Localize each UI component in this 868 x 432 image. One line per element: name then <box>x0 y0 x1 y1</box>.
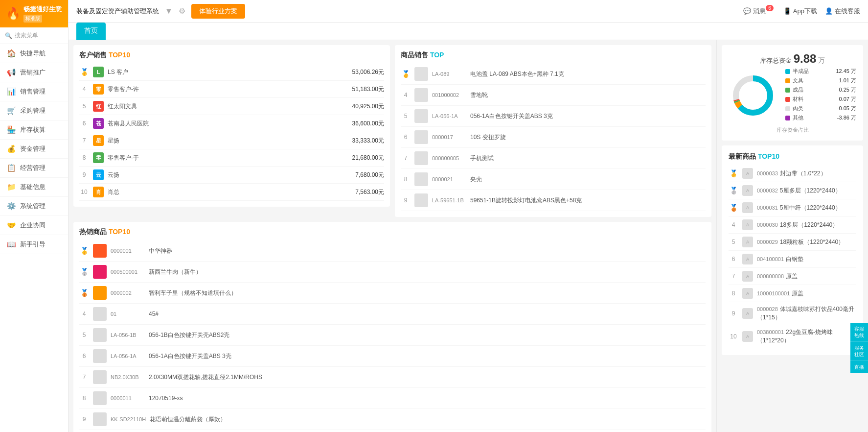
legend-label-material: 材料 <box>793 96 837 103</box>
new-info-5: 000002918颗粒板（1220*2440） <box>757 238 856 246</box>
product-rank-row: 5 LA-056-1A 056-1A白色按键开关盖ABS 3克 <box>401 106 706 127</box>
sidebar-nav-item-collab[interactable]: 🤝 企业协同 <box>0 216 68 235</box>
new-info-6: 004100001白钢垫 <box>757 255 856 264</box>
sidebar-nav-item-finance[interactable]: 💰 资金管理 <box>0 140 68 159</box>
message-btn[interactable]: 💬 消息 6 <box>743 7 776 16</box>
customer-name-9: 云扬 <box>108 171 351 179</box>
sidebar-search[interactable]: 🔍 搜索菜单 <box>0 27 68 44</box>
inventory-label: 库存核算 <box>20 125 46 134</box>
logo-badge: 标准版 <box>23 15 42 23</box>
legend-label-meat: 肉类 <box>793 105 835 112</box>
new-rank-5: 5 <box>729 239 738 245</box>
legend-label-semifinished: 半成品 <box>793 68 833 75</box>
product-img-1 <box>414 67 428 81</box>
dropdown-arrow[interactable]: ▼ <box>165 7 173 16</box>
new-product-row-2: 🥈 A 00000325厘多层（1220*2440） <box>729 182 856 199</box>
purchase-icon: 🛒 <box>7 106 16 115</box>
customer-avatar-5: 红 <box>93 101 104 112</box>
customer-avatar-10: 肖 <box>93 187 104 197</box>
customer-ranking-title: 客户销售 TOP10 <box>79 51 384 60</box>
donut-legend: 半成品 12.45 万 文具 1.01 万 成品 0.25 万 <box>785 68 856 123</box>
new-products-title: 最新商品 TOP10 <box>729 152 856 161</box>
customer-name-6: 苍南县人民医院 <box>108 120 348 128</box>
rank-num-6: 6 <box>79 120 89 127</box>
sidebar-nav-item-operations[interactable]: 📋 经营管理 <box>0 159 68 178</box>
hot-code-5: LA-056-1B <box>111 332 145 338</box>
new-img-9: A <box>742 308 753 319</box>
customer-avatar-6: 苍 <box>93 118 104 129</box>
product-name-1: 电池盖 LA-089 ABS本色+黑种 7.1克 <box>470 70 706 78</box>
customer-amount-8: 21,680.00元 <box>352 154 384 162</box>
basics-icon: 📁 <box>7 183 16 192</box>
experience-btn[interactable]: 体验行业方案 <box>191 4 245 19</box>
customer-amount-5: 40,925.00元 <box>352 102 384 111</box>
legend-value-other: -3.86 万 <box>837 114 856 121</box>
float-btn-live[interactable]: 直播 <box>850 361 868 373</box>
marketing-icon: 📢 <box>7 68 16 77</box>
product-name-4: 雪地靴 <box>470 91 706 99</box>
main-content: 客户销售 TOP10 🥇 L LS 客户 53,006.26元 4 <box>69 40 868 432</box>
customer-rank-row: 9 云 云扬 7,680.00元 <box>79 167 384 184</box>
product-code-1: LA-089 <box>432 71 466 77</box>
legend-label-stationery: 文具 <box>793 77 837 84</box>
app-download-btn[interactable]: 📱 App下载 <box>783 7 817 16</box>
float-btn-community[interactable]: 服务社区 <box>850 342 868 361</box>
sales-label: 销售管理 <box>20 87 46 96</box>
product-rank-7: 7 <box>401 155 411 162</box>
hot-medal-3: 🥉 <box>79 289 89 297</box>
sales-icon: 📊 <box>7 87 16 96</box>
tab-home[interactable]: 首页 <box>76 23 106 40</box>
product-img-6 <box>414 130 428 144</box>
product-name-7: 手机测试 <box>470 154 706 163</box>
customer-avatar-9: 云 <box>93 169 104 180</box>
new-img-4: A <box>742 219 753 230</box>
sidebar-nav-item-sales[interactable]: 📊 销售管理 <box>0 82 68 101</box>
hot-name-2: 新西兰牛肉（新牛） <box>149 268 706 276</box>
customer-rank-row: 5 红 红太阳文具 40,925.00元 <box>79 98 384 115</box>
sidebar-nav-item-marketing[interactable]: 📢 营销推广 <box>0 63 68 82</box>
logo-title: 畅捷通好生意 <box>23 5 62 14</box>
new-product-row-9: 9 A 0000028体城嘉枝味苏打饮品400毫升（1*15） <box>729 302 856 325</box>
rank-num-8: 8 <box>79 154 89 161</box>
float-btn-hotline[interactable]: 客服热线 <box>850 323 868 342</box>
customer-name-4: 零售客户-许 <box>108 85 348 94</box>
new-medal-2: 🥈 <box>729 187 738 194</box>
online-service-label: 在线客服 <box>835 7 860 16</box>
donut-chart <box>729 71 777 120</box>
product-rank-row: 4 001000002 雪地靴 <box>401 85 706 106</box>
finance-icon: 💰 <box>7 144 16 153</box>
new-info-10: 00380000122g鱼豆腐-烧烤味（1*12*20） <box>757 328 856 345</box>
online-service-btn[interactable]: 👤 在线客服 <box>825 7 860 16</box>
hot-code-9: KK-SD22110H <box>111 416 146 422</box>
new-info-3: 00000315厘中纤（1220*2440） <box>757 204 856 212</box>
message-icon: 💬 <box>743 7 751 15</box>
customer-avatar-4: 零 <box>93 84 104 95</box>
collab-icon: 🤝 <box>7 221 16 230</box>
new-medal-3: 🥉 <box>729 204 738 212</box>
hot-img-7 <box>93 370 107 384</box>
rank-num-4: 4 <box>79 86 89 93</box>
legend-dot-meat <box>785 106 790 111</box>
sidebar-nav-item-shortcuts[interactable]: 🏠 快捷导航 <box>0 44 68 63</box>
sidebar-nav-item-basics[interactable]: 📁 基础信息 <box>0 178 68 197</box>
customer-rank-row: 8 零 零售客户-于 21,680.00元 <box>79 149 384 167</box>
customer-ranking-card: 客户销售 TOP10 🥇 L LS 客户 53,006.26元 4 <box>73 45 390 207</box>
hot-rank-7: 7 <box>79 374 89 381</box>
service-icon: 👤 <box>825 7 833 15</box>
hot-name-3: 智利车子里（规格不知道填什么） <box>149 289 706 297</box>
search-icon: 🔍 <box>5 32 12 39</box>
new-rank-8: 8 <box>729 290 738 297</box>
rank-num-9: 9 <box>79 171 89 178</box>
new-info-1: 0000033封边带（1.0*22） <box>757 169 856 178</box>
legend-dot-finished <box>785 88 790 93</box>
sidebar-nav-item-purchase[interactable]: 🛒 采购管理 <box>0 101 68 120</box>
system-title: 装备及固定资产辅助管理系统 <box>76 7 159 16</box>
gear-icon[interactable]: ⚙ <box>179 6 185 16</box>
customer-name-5: 红太阳文具 <box>108 102 348 111</box>
new-img-8: A <box>742 288 753 299</box>
sidebar-nav-item-inventory[interactable]: 🏪 库存核算 <box>0 120 68 140</box>
sidebar-nav-item-guide[interactable]: 📖 新手引导 <box>0 235 68 254</box>
hot-code-8: 0000011 <box>111 395 145 401</box>
sidebar-nav-item-system[interactable]: ⚙️ 系统管理 <box>0 197 68 216</box>
product-code-5: LA-056-1A <box>432 113 466 119</box>
